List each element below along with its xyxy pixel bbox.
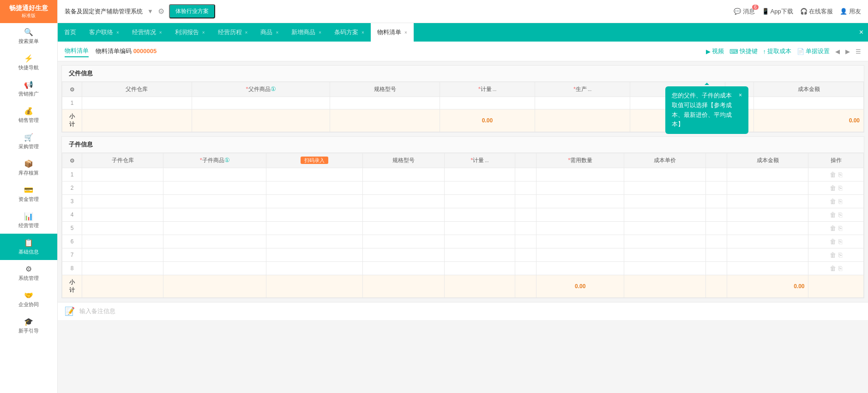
child-cell-spec-7[interactable] — [363, 248, 444, 262]
single-setting-action[interactable]: 📄 单据设置 — [797, 47, 830, 55]
child-delete-icon-5[interactable]: 🗑 — [830, 224, 836, 232]
nav-tab-8[interactable]: 物料清单× — [371, 23, 414, 42]
child-cell-scan-4[interactable] — [266, 208, 363, 222]
child-cell-unitprice-3[interactable] — [624, 195, 705, 208]
child-cell-product-8[interactable] — [163, 262, 266, 275]
sidebar-item-7[interactable]: 📊经营管理 — [0, 207, 57, 234]
child-product-help-icon[interactable]: ① — [224, 157, 230, 163]
sidebar-item-3[interactable]: 💰销售管理 — [0, 102, 57, 128]
sidebar-item-6[interactable]: 💳资金管理 — [0, 181, 57, 207]
child-cell-product-1[interactable] — [163, 168, 266, 181]
child-cell-warehouse-1[interactable] — [82, 168, 163, 181]
child-delete-icon-7[interactable]: 🗑 — [830, 251, 836, 259]
sidebar-item-1[interactable]: ⚡快捷导航 — [0, 49, 57, 76]
nav-prev-icon[interactable]: ◀ — [835, 48, 840, 55]
nav-tab-close-1[interactable]: × — [116, 30, 119, 35]
child-cell-unit-4[interactable] — [444, 208, 515, 222]
app-download-item[interactable]: 📱 App下载 — [762, 7, 793, 16]
child-cell-scan-8[interactable] — [266, 262, 363, 275]
parent-cell-product-1[interactable] — [192, 97, 330, 109]
page-tab-bom[interactable]: 物料清单 — [65, 45, 89, 57]
child-cell-qty-4[interactable] — [536, 208, 624, 222]
note-placeholder[interactable]: 输入备注信息 — [79, 307, 115, 315]
nav-tab-1[interactable]: 客户联络× — [83, 23, 126, 42]
child-cell-product-5[interactable] — [163, 222, 266, 235]
child-copy-icon-1[interactable]: ⎘ — [838, 171, 842, 178]
nav-tab-close-6[interactable]: × — [319, 30, 321, 35]
nav-tab-close-4[interactable]: × — [245, 30, 248, 35]
child-cell-unitprice-8[interactable] — [624, 262, 705, 275]
message-item[interactable]: 💬 6 消息 — [734, 7, 755, 16]
parent-th-settings[interactable]: ⚙ — [62, 82, 82, 97]
child-cell-unit-7[interactable] — [444, 248, 515, 262]
child-delete-icon-3[interactable]: 🗑 — [830, 198, 836, 205]
view-action[interactable]: ▶ 视频 — [706, 47, 724, 55]
sidebar-item-8[interactable]: 📋基础信息 — [0, 234, 57, 260]
user-item[interactable]: 👤 用友 — [840, 7, 861, 16]
child-cell-warehouse-7[interactable] — [82, 248, 163, 262]
child-cell-unitprice-4[interactable] — [624, 208, 705, 222]
nav-tab-4[interactable]: 经营历程× — [211, 23, 254, 42]
child-th-scan[interactable]: 扫码录入 — [266, 153, 363, 168]
child-cell-warehouse-4[interactable] — [82, 208, 163, 222]
sidebar-item-0[interactable]: 🔍搜索菜单 — [0, 23, 57, 49]
dropdown-arrow-icon[interactable]: ▼ — [147, 8, 153, 15]
child-cell-qty-2[interactable] — [536, 181, 624, 195]
child-cell-spec-2[interactable] — [363, 181, 444, 195]
nav-tab-6[interactable]: 新增商品× — [285, 23, 328, 42]
child-cell-unitprice-6[interactable] — [624, 235, 705, 248]
child-cell-unitprice-2[interactable] — [624, 181, 705, 195]
child-copy-icon-4[interactable]: ⎘ — [838, 211, 842, 218]
child-cell-unit-8[interactable] — [444, 262, 515, 275]
child-cell-scan-5[interactable] — [266, 222, 363, 235]
nav-close-all-icon[interactable]: × — [855, 28, 868, 36]
child-copy-icon-3[interactable]: ⎘ — [838, 198, 842, 205]
child-cell-amount-2[interactable] — [727, 181, 808, 195]
parent-cell-spec-1[interactable] — [330, 97, 440, 109]
trial-button[interactable]: 体验行业方案 — [169, 4, 215, 18]
child-cell-amount-6[interactable] — [727, 235, 808, 248]
child-cell-qty-5[interactable] — [536, 222, 624, 235]
child-cell-unitprice-7[interactable] — [624, 248, 705, 262]
online-service-item[interactable]: 🎧 在线客服 — [800, 7, 833, 16]
nav-tab-2[interactable]: 经营情况× — [126, 23, 169, 42]
sidebar-item-4[interactable]: 🛒采购管理 — [0, 128, 57, 155]
child-cell-scan-6[interactable] — [266, 235, 363, 248]
child-cell-unitprice-5[interactable] — [624, 222, 705, 235]
nav-tab-5[interactable]: 商品× — [254, 23, 285, 42]
child-cell-qty-1[interactable] — [536, 168, 624, 181]
child-delete-icon-1[interactable]: 🗑 — [830, 171, 836, 178]
child-cell-scan-3[interactable] — [266, 195, 363, 208]
child-cell-unitprice-1[interactable] — [624, 168, 705, 181]
nav-tab-0[interactable]: 首页 — [58, 23, 83, 42]
nav-tab-close-8[interactable]: × — [404, 30, 407, 35]
child-cell-unit-2[interactable] — [444, 181, 515, 195]
child-copy-icon-5[interactable]: ⎘ — [838, 224, 842, 232]
child-cell-unit-6[interactable] — [444, 235, 515, 248]
child-cell-amount-1[interactable] — [727, 168, 808, 181]
parent-cell-produce-1[interactable] — [535, 97, 630, 109]
child-cell-amount-3[interactable] — [727, 195, 808, 208]
child-cell-unit-1[interactable] — [444, 168, 515, 181]
nav-tab-3[interactable]: 利润报告× — [169, 23, 211, 42]
sidebar-item-9[interactable]: ⚙系统管理 — [0, 260, 57, 286]
child-cell-spec-3[interactable] — [363, 195, 444, 208]
child-copy-icon-6[interactable]: ⎘ — [838, 238, 842, 245]
child-cell-warehouse-5[interactable] — [82, 222, 163, 235]
child-cell-scan-2[interactable] — [266, 181, 363, 195]
child-cell-warehouse-2[interactable] — [82, 181, 163, 195]
parent-cell-unit-1[interactable] — [440, 97, 535, 109]
child-cell-spec-4[interactable] — [363, 208, 444, 222]
child-cell-scan-1[interactable] — [266, 168, 363, 181]
nav-next-icon[interactable]: ▶ — [845, 48, 850, 55]
menu-icon[interactable]: ☰ — [856, 48, 861, 55]
child-cell-amount-4[interactable] — [727, 208, 808, 222]
sidebar-item-2[interactable]: 📢营销推广 — [0, 76, 57, 102]
child-cell-qty-8[interactable] — [536, 262, 624, 275]
child-cell-product-7[interactable] — [163, 248, 266, 262]
child-cell-spec-8[interactable] — [363, 262, 444, 275]
sidebar-item-5[interactable]: 📦库存核算 — [0, 155, 57, 181]
child-cell-spec-1[interactable] — [363, 168, 444, 181]
child-cell-product-6[interactable] — [163, 235, 266, 248]
settings-icon[interactable]: ⚙ — [158, 7, 164, 16]
